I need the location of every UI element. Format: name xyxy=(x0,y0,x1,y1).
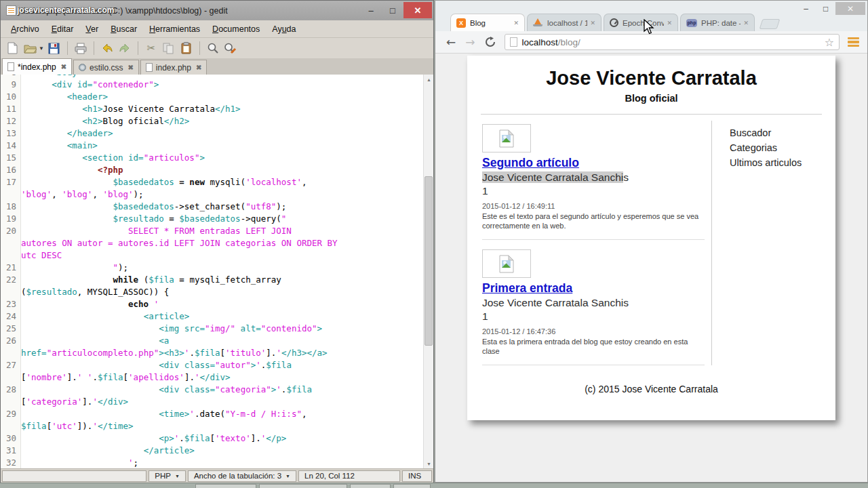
selected-text: Jose Vicente Carratala Sanchi xyxy=(482,171,623,183)
search-replace-icon[interactable] xyxy=(223,41,238,56)
bookmark-star-icon[interactable]: ☆ xyxy=(825,36,834,49)
taskbar-button[interactable] xyxy=(259,484,347,488)
gedit-app-icon xyxy=(6,5,16,16)
editor-tab-index.php[interactable]: *index.php✖ xyxy=(2,58,72,75)
language-selector[interactable]: PHP▼ xyxy=(149,470,186,482)
tab-close-icon[interactable]: ✖ xyxy=(127,64,133,71)
copy-icon[interactable] xyxy=(161,41,176,56)
save-icon[interactable] xyxy=(47,41,62,56)
tab-width-selector[interactable]: Ancho de la tabulación: 3▼ xyxy=(188,470,296,482)
browser-tab-blog[interactable]: XBlog✕ xyxy=(450,14,525,31)
tab-label: estilo.css xyxy=(90,63,123,73)
scroll-down-icon[interactable]: ▼ xyxy=(424,459,433,468)
browser-window: XBlog✕localhost / 1✕Epoch Conv✕phpPHP: d… xyxy=(435,0,868,483)
gedit-editor[interactable]: 8 <body>9 <div id="contenedor">10 <heade… xyxy=(1,75,433,468)
broken-image-icon xyxy=(499,255,514,273)
tab-close-icon[interactable]: ✕ xyxy=(667,20,672,26)
browser-tab-epoch-conv[interactable]: Epoch Conv✕ xyxy=(604,14,678,31)
menu-archivo[interactable]: Archivo xyxy=(5,22,45,36)
back-icon[interactable]: ← xyxy=(441,35,460,49)
code-line: 14 <main> xyxy=(1,140,423,152)
xampp-favicon: X xyxy=(456,18,466,28)
editor-scrollbar[interactable]: ▲ ▼ xyxy=(423,75,433,468)
editor-tab-index.php[interactable]: index.php✖ xyxy=(140,60,207,75)
code-line: 27 <div class="autor">'.$fila xyxy=(1,359,423,371)
code-line: 17 $basededatos = new mysqli('localhost'… xyxy=(1,176,423,188)
code-line: $fila['utc']).'</time> xyxy=(1,420,423,432)
article-author: Jose Vicente Carratala Sanchis xyxy=(482,297,705,309)
forward-icon[interactable]: → xyxy=(460,35,479,49)
menu-documentos[interactable]: Documentos xyxy=(206,22,266,36)
menu-herramientas[interactable]: Herramientas xyxy=(143,22,206,36)
article-title-link[interactable]: Primera entrada xyxy=(482,281,572,296)
scrollbar-thumb[interactable] xyxy=(425,176,433,346)
new-file-icon[interactable] xyxy=(5,41,20,56)
article-category: 1 xyxy=(482,185,705,197)
gedit-maximize-icon[interactable]: □ xyxy=(382,2,403,18)
tab-label: PHP: date - xyxy=(701,19,741,27)
open-file-icon[interactable] xyxy=(22,41,37,56)
gedit-window: *index.php (Disco local (C:) \xampp\htdo… xyxy=(0,0,434,483)
tab-close-icon[interactable]: ✖ xyxy=(196,64,201,71)
menu-editar[interactable]: Editar xyxy=(45,22,80,36)
browser-maximize-icon[interactable]: □ xyxy=(816,2,835,15)
new-tab-button[interactable] xyxy=(760,19,781,29)
redo-icon[interactable] xyxy=(117,41,132,56)
search-icon[interactable] xyxy=(205,41,220,56)
code-line: 11 <h1>Jose Vicente Carratala</h1> xyxy=(1,103,423,115)
blog-article: Segundo artículo Jose Vicente Carratala … xyxy=(482,121,705,240)
address-bar[interactable]: localhost/blog/ ☆ xyxy=(505,34,840,50)
code-line: 24 <article> xyxy=(1,310,423,323)
paste-icon[interactable] xyxy=(179,41,194,56)
code-line: autores ON autor = autores.id LEFT JOIN … xyxy=(1,237,423,249)
mouse-cursor xyxy=(643,19,655,35)
gedit-tabbar: *index.php✖estilo.css✖index.php✖ xyxy=(1,58,433,75)
cut-icon[interactable]: ✂ xyxy=(144,41,159,56)
gedit-titlebar[interactable]: *index.php (Disco local (C:) \xampp\htdo… xyxy=(1,1,433,20)
gedit-minimize-icon[interactable]: – xyxy=(360,2,382,18)
browser-tab-php-date-[interactable]: phpPHP: date -✕ xyxy=(680,14,755,31)
browser-viewport: Jose Vicente Carratala Blog oficial Segu… xyxy=(435,54,867,482)
tab-close-icon[interactable]: ✕ xyxy=(590,20,595,26)
tab-close-icon[interactable]: ✕ xyxy=(743,20,749,26)
taskbar-button[interactable] xyxy=(393,484,431,488)
url-path: /blog/ xyxy=(558,37,580,47)
undo-icon[interactable] xyxy=(100,41,115,56)
browser-tab-localhost-1[interactable]: localhost / 1✕ xyxy=(527,14,601,31)
code-line: 15 <section id="articulos"> xyxy=(1,152,423,164)
gedit-toolbar: ▼ ✂ xyxy=(1,38,433,58)
sidebar-item-ultimos-articulos: Ultimos articulos xyxy=(730,155,835,170)
article-excerpt: Este es el texto para el segundo artícul… xyxy=(482,212,701,230)
taskbar-button[interactable] xyxy=(350,484,391,488)
article-title-link[interactable]: Segundo artículo xyxy=(482,156,579,170)
tab-close-icon[interactable]: ✕ xyxy=(513,20,519,26)
gedit-close-icon[interactable]: ✕ xyxy=(403,2,432,18)
menu-ver[interactable]: Ver xyxy=(79,22,104,36)
browser-close-icon[interactable]: ✕ xyxy=(835,2,865,15)
scroll-up-icon[interactable]: ▲ xyxy=(424,75,433,84)
menu-ayuda[interactable]: Ayuda xyxy=(266,22,302,36)
editor-tab-estilo.css[interactable]: estilo.css✖ xyxy=(73,60,139,75)
desktop: *index.php (Disco local (C:) \xampp\htdo… xyxy=(0,0,868,488)
tab-label: index.php xyxy=(156,63,191,73)
sidebar-item-categorias: Categorias xyxy=(730,140,835,155)
taskbar[interactable] xyxy=(0,483,868,488)
article-excerpt: Esta es la primera entrada del blog que … xyxy=(482,338,701,356)
code-line: 16 <?php xyxy=(1,164,423,176)
blog-title: Jose Vicente Carratala xyxy=(467,67,835,89)
browser-menu-icon[interactable] xyxy=(846,36,861,49)
insert-mode: INS xyxy=(402,470,432,482)
tab-close-icon[interactable]: ✖ xyxy=(61,63,66,70)
print-icon[interactable] xyxy=(73,41,88,56)
pma-favicon xyxy=(533,18,543,27)
blog-sidebar: BuscadorCategoriasUltimos articulos xyxy=(711,121,835,365)
taskbar-button[interactable] xyxy=(195,484,256,488)
open-dropdown-icon[interactable]: ▼ xyxy=(39,45,44,52)
browser-minimize-icon[interactable]: – xyxy=(796,2,816,15)
menu-buscar[interactable]: Buscar xyxy=(104,22,143,36)
reload-icon[interactable] xyxy=(480,37,500,47)
code-line: 23 echo ' xyxy=(1,298,423,310)
sidebar-item-buscador: Buscador xyxy=(730,125,835,140)
code-area[interactable]: 8 <body>9 <div id="contenedor">10 <heade… xyxy=(1,75,423,468)
code-line: 22 while ($fila = mysqli_fetch_array xyxy=(1,274,423,286)
